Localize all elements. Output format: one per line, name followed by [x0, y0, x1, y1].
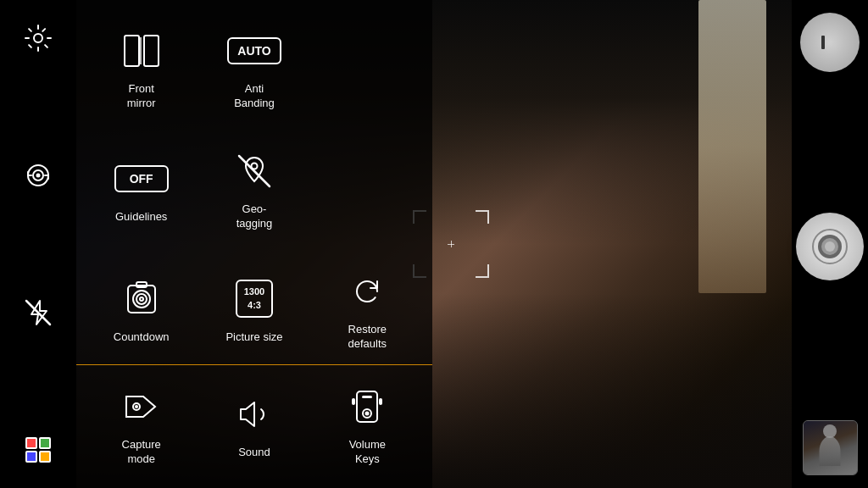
svg-rect-4 [26, 438, 36, 448]
grid-mode-icon[interactable] [17, 429, 59, 471]
focus-center [448, 241, 454, 247]
focus-corner-br [476, 264, 489, 278]
svg-point-2 [36, 174, 41, 178]
svg-rect-24 [352, 398, 355, 405]
svg-rect-9 [144, 36, 159, 66]
svg-rect-23 [362, 396, 372, 398]
countdown-item[interactable]: Countdown [89, 253, 193, 365]
picture-size-icon: 13004:3 [230, 274, 279, 324]
countdown-icon [117, 274, 166, 324]
anti-banding-item[interactable]: AUTO AntiBanding [202, 13, 306, 125]
anti-banding-icon: AUTO [230, 26, 279, 75]
flip-camera-icon[interactable] [17, 154, 59, 197]
svg-point-16 [140, 297, 143, 301]
restore-defaults-item[interactable]: Restoredefaults [315, 253, 420, 365]
svg-rect-13 [128, 286, 155, 313]
picture-size-label: Picture size [225, 330, 282, 345]
settings-panel: Frontmirror AUTO AntiBanding OFF Guideli… [76, 0, 432, 488]
volume-keys-icon [342, 382, 392, 431]
front-mirror-label: Frontmirror [127, 82, 156, 111]
settings-divider [76, 364, 432, 365]
video-button[interactable] [800, 13, 860, 72]
flash-off-icon[interactable] [17, 291, 59, 334]
capture-mode-icon [117, 382, 166, 431]
thumbnail-image [804, 421, 857, 474]
svg-rect-6 [26, 452, 36, 462]
guidelines-item[interactable]: OFF Guidelines [89, 133, 193, 245]
focus-corner-tr [476, 210, 489, 224]
front-mirror-item[interactable]: Frontmirror [89, 13, 193, 125]
geo-tagging-label: Geo-tagging [236, 202, 273, 231]
empty-slot-2 [315, 133, 420, 245]
capture-button[interactable] [796, 213, 864, 280]
settings-icon[interactable] [17, 17, 59, 59]
svg-rect-7 [40, 452, 50, 462]
svg-rect-5 [40, 438, 50, 448]
capture-mode-item[interactable]: Capturemode [89, 374, 193, 475]
volume-keys-label: VolumeKeys [349, 438, 386, 467]
svg-point-19 [135, 405, 138, 408]
svg-point-15 [136, 294, 147, 304]
svg-point-0 [34, 34, 42, 42]
empty-slot-1 [315, 13, 420, 125]
svg-rect-8 [125, 36, 139, 66]
sound-item[interactable]: Sound [202, 374, 306, 475]
svg-marker-26 [825, 36, 838, 49]
countdown-label: Countdown [114, 330, 170, 345]
sound-label: Sound [238, 446, 270, 460]
anti-banding-label: AntiBanding [234, 82, 275, 111]
guidelines-label: Guidelines [115, 210, 167, 225]
front-mirror-icon [117, 26, 166, 75]
left-sidebar [0, 0, 76, 488]
volume-keys-item[interactable]: VolumeKeys [315, 374, 420, 475]
thumbnail-button[interactable] [803, 420, 858, 475]
capture-mode-label: Capturemode [122, 438, 161, 467]
svg-rect-27 [821, 36, 825, 49]
restore-defaults-label: Restoredefaults [348, 323, 387, 352]
guidelines-icon: OFF [117, 154, 166, 203]
restore-defaults-icon [342, 267, 392, 316]
sound-icon [230, 390, 279, 439]
geo-tagging-icon [230, 147, 279, 196]
picture-size-item[interactable]: 13004:3 Picture size [202, 253, 306, 365]
right-sidebar [792, 0, 868, 488]
svg-point-31 [825, 241, 835, 252]
svg-point-22 [365, 412, 370, 416]
geo-tagging-item[interactable]: Geo-tagging [202, 133, 306, 245]
svg-rect-25 [379, 398, 382, 405]
